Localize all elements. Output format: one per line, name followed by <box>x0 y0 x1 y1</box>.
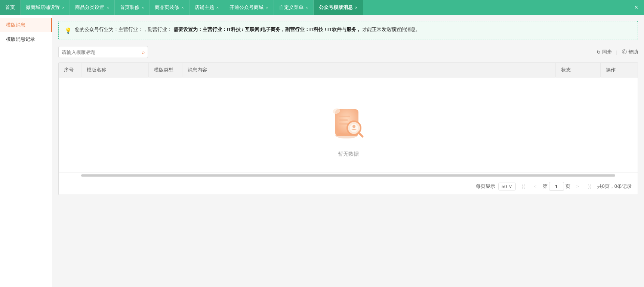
nav-tab-theme[interactable]: 店铺主题 × <box>189 0 224 15</box>
data-table: 序号 模版名称 模版类型 消息内容 状态 操作 <box>59 63 638 77</box>
nav-tab-home[interactable]: 首页 <box>0 0 21 15</box>
svg-rect-4 <box>339 119 348 121</box>
nav-close-all-button[interactable]: × <box>629 4 644 11</box>
scrollbar-thumb[interactable] <box>81 174 615 177</box>
sync-button[interactable]: ↻ 同步 <box>597 49 612 55</box>
search-input[interactable] <box>62 49 142 55</box>
nav-tab-custom-menu-close[interactable]: × <box>306 5 308 10</box>
help-icon: ⓪ <box>622 49 627 55</box>
svg-rect-3 <box>339 116 350 117</box>
svg-line-8 <box>358 132 363 137</box>
nav-tab-custom-menu-label: 自定义菜单 <box>279 4 303 11</box>
nav-tab-theme-label: 店铺主题 <box>195 4 214 11</box>
nav-tab-open-mall-label: 开通公众号商城 <box>229 4 264 11</box>
sidebar-item-template-msg-label: 模版消息 <box>6 22 25 28</box>
sidebar: 模版消息 模版消息记录 <box>0 15 52 287</box>
col-header-status: 状态 <box>555 63 600 77</box>
table-wrapper: 序号 模版名称 模版类型 消息内容 状态 操作 <box>58 62 638 195</box>
nav-tab-open-mall[interactable]: 开通公众号商城 × <box>224 0 274 15</box>
nav-tab-template-msg[interactable]: 公众号模版消息 × <box>314 0 363 15</box>
notice-prefix: 您的公众号行业为：主营行业：，副营行业： <box>75 27 172 32</box>
sidebar-item-template-msg[interactable]: 模版消息 <box>0 18 52 32</box>
nav-tab-open-mall-close[interactable]: × <box>266 5 268 10</box>
nav-tab-store-settings-label: 微商城店铺设置 <box>26 4 60 11</box>
page-unit: 页 <box>566 183 570 190</box>
table-header: 序号 模版名称 模版类型 消息内容 状态 操作 <box>59 63 638 77</box>
nav-tab-category-label: 商品分类设置 <box>75 4 104 11</box>
page-size-value: 50 <box>502 184 507 189</box>
main-layout: 模版消息 模版消息记录 💡 您的公众号行业为：主营行业：，副营行业： 需要设置为… <box>0 15 644 287</box>
search-input-wrap[interactable]: ⌕ <box>58 46 148 58</box>
sync-icon: ↻ <box>597 49 601 55</box>
notice-box: 💡 您的公众号行业为：主营行业：，副营行业： 需要设置为：主营行业：IT科技 /… <box>58 21 638 40</box>
sidebar-item-template-msg-record-label: 模版消息记录 <box>6 36 35 42</box>
page-first-button[interactable]: ⟨⟨ <box>519 182 528 191</box>
nav-tab-template-msg-close[interactable]: × <box>355 5 357 10</box>
sync-label: 同步 <box>602 49 612 55</box>
nav-tab-homepage-decor[interactable]: 首页装修 × <box>115 0 150 15</box>
nav-tab-store-settings-close[interactable]: × <box>62 5 64 10</box>
nav-tab-custom-menu[interactable]: 自定义菜单 × <box>274 0 314 15</box>
page-size-chevron: ∨ <box>509 184 512 189</box>
nav-tab-store-settings[interactable]: 微商城店铺设置 × <box>21 0 70 15</box>
notice-suffix: 才能正常发送预置的消息。 <box>362 27 420 32</box>
nav-tab-product-decor-close[interactable]: × <box>181 5 184 10</box>
nav-tab-homepage-decor-label: 首页装修 <box>120 4 139 11</box>
nav-tab-homepage-decor-close[interactable]: × <box>142 5 144 10</box>
col-header-action: 操作 <box>600 63 638 77</box>
nav-tab-category[interactable]: 商品分类设置 × <box>70 0 114 15</box>
col-header-content: 消息内容 <box>182 63 555 77</box>
page-prev-button[interactable]: ＜ <box>531 182 540 191</box>
page-next-button[interactable]: ＞ <box>573 182 582 191</box>
page-last-button[interactable]: ⟩⟩ <box>585 182 594 191</box>
nav-tab-home-label: 首页 <box>5 4 15 11</box>
notice-text: 您的公众号行业为：主营行业：，副营行业： 需要设置为：主营行业：IT科技 / 互… <box>75 26 420 34</box>
nav-tab-product-decor-label: 商品页装修 <box>155 4 179 11</box>
empty-state: 暂无数据 <box>59 77 638 172</box>
help-button[interactable]: ⓪ 帮助 <box>622 49 638 55</box>
search-bar: ⌕ ↻ 同步 | ⓪ 帮助 <box>58 46 638 58</box>
search-button[interactable]: ⌕ <box>142 49 145 55</box>
page-size-label: 每页显示 <box>476 183 495 190</box>
help-label: 帮助 <box>628 49 638 55</box>
pagination: 每页显示 50 ∨ ⟨⟨ ＜ 第 页 ＞ ⟩⟩ 共0页，0条记录 <box>59 178 638 195</box>
total-records: 共0页，0条记录 <box>597 183 632 190</box>
empty-state-text: 暂无数据 <box>338 151 359 158</box>
top-navigation: 首页 微商城店铺设置 × 商品分类设置 × 首页装修 × 商品页装修 × 店铺主… <box>0 0 644 15</box>
col-header-index: 序号 <box>59 63 81 77</box>
page-number-input[interactable] <box>549 182 564 191</box>
empty-state-icon <box>326 100 371 145</box>
content-area: 💡 您的公众号行业为：主营行业：，副营行业： 需要设置为：主营行业：IT科技 /… <box>52 15 644 287</box>
scrollbar-track[interactable] <box>59 172 638 178</box>
nav-tab-product-decor[interactable]: 商品页装修 × <box>150 0 189 15</box>
nav-tab-category-close[interactable]: × <box>107 5 109 10</box>
svg-point-9 <box>352 125 355 128</box>
notice-icon: 💡 <box>65 26 72 35</box>
toolbar-divider: | <box>616 49 617 55</box>
sidebar-item-template-msg-record[interactable]: 模版消息记录 <box>0 32 52 46</box>
nav-tab-theme-close[interactable]: × <box>216 5 219 10</box>
notice-highlight: 需要设置为：主营行业：IT科技 / 互联网|电子商务，副营行业：IT科技 / I… <box>173 27 361 32</box>
nav-tab-template-msg-label: 公众号模版消息 <box>319 4 353 11</box>
page-input-wrap: 第 页 <box>543 182 570 191</box>
page-size-select[interactable]: 50 ∨ <box>498 183 515 190</box>
toolbar-right: ↻ 同步 | ⓪ 帮助 <box>597 49 638 55</box>
col-header-name: 模版名称 <box>81 63 148 77</box>
col-header-type: 模版类型 <box>148 63 182 77</box>
page-prefix: 第 <box>543 183 548 190</box>
